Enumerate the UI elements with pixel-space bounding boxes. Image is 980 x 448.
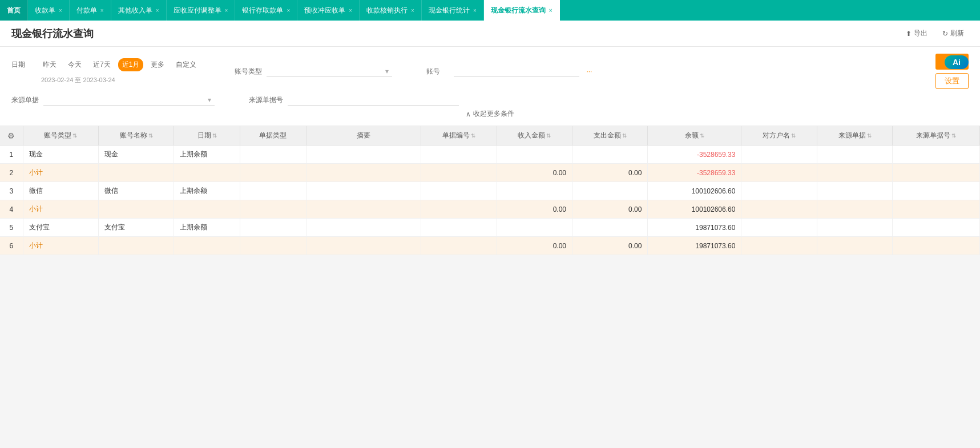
- col-source-doc[interactable]: 来源单据⇅: [817, 126, 892, 146]
- account-type-select[interactable]: ▾: [267, 66, 392, 77]
- nav-tab-tongji[interactable]: 现金银行统计 ×: [422, 0, 484, 21]
- close-icon[interactable]: ×: [100, 7, 104, 14]
- nav-tab-yushou-label: 预收冲应收单: [304, 6, 345, 15]
- refresh-button[interactable]: ↻ 刷新: [938, 26, 969, 41]
- ai-button[interactable]: Ai: [945, 55, 969, 69]
- nav-tab-qitashouru[interactable]: 其他收入单 ×: [111, 0, 167, 21]
- close-icon[interactable]: ×: [473, 7, 477, 14]
- col-date[interactable]: 日期⇅: [174, 126, 240, 146]
- table-cell: 5: [0, 219, 23, 237]
- source-doc-select[interactable]: ▾: [43, 95, 215, 106]
- settings-button[interactable]: 设置: [935, 73, 969, 89]
- table-cell: 100102606.60: [648, 182, 741, 200]
- source-doc-label: 来源单据: [11, 95, 39, 105]
- nav-home[interactable]: 首页: [0, 0, 28, 21]
- col-account-type[interactable]: 账号类型⇅: [23, 126, 98, 146]
- table-row[interactable]: 1现金现金上期余额-3528659.33: [0, 146, 980, 164]
- table-cell: 0.00: [572, 237, 648, 255]
- table-cell: [741, 182, 817, 200]
- table-cell: 19871073.60: [648, 219, 741, 237]
- close-icon[interactable]: ×: [549, 7, 552, 14]
- account-type-label: 账号类型: [235, 67, 262, 76]
- table-row[interactable]: 2小计0.000.00-3528659.33: [0, 164, 980, 182]
- nav-tab-yinhang[interactable]: 银行存取款单 ×: [235, 0, 297, 21]
- table-row[interactable]: 6小计0.000.0019871073.60: [0, 237, 980, 255]
- col-income[interactable]: 收入金额⇅: [497, 126, 572, 146]
- table-cell: [817, 146, 892, 164]
- close-icon[interactable]: ×: [349, 7, 352, 14]
- settings-icon[interactable]: ⚙: [7, 131, 15, 140]
- close-icon[interactable]: ×: [59, 7, 62, 14]
- close-icon[interactable]: ×: [225, 7, 228, 14]
- home-label: 首页: [7, 6, 21, 15]
- table-cell: [174, 164, 240, 182]
- table-cell: [893, 146, 980, 164]
- table-cell: 0.00: [497, 200, 572, 219]
- col-expense[interactable]: 支出金额⇅: [572, 126, 648, 146]
- table-cell: 0.00: [572, 164, 648, 182]
- table-cell: [240, 146, 306, 164]
- table-cell: [421, 219, 497, 237]
- date-btn-7days[interactable]: 近7天: [89, 58, 115, 71]
- table-cell: [421, 182, 497, 200]
- table-cell: [240, 200, 306, 219]
- col-source-doc-no[interactable]: 来源单据号⇅: [893, 126, 980, 146]
- date-btn-today[interactable]: 今天: [64, 58, 86, 71]
- table-cell: [174, 200, 240, 219]
- nav-tab-hexiao[interactable]: 收款核销执行 ×: [360, 0, 422, 21]
- source-doc-filter: 来源单据 ▾: [11, 95, 215, 106]
- nav-tab-liushui-label: 现金银行流水查询: [491, 6, 546, 15]
- close-icon[interactable]: ×: [287, 7, 290, 14]
- table-cell: 4: [0, 200, 23, 219]
- date-btn-more[interactable]: 更多: [147, 58, 168, 71]
- table-cell: [817, 164, 892, 182]
- table-cell: [306, 146, 421, 164]
- page-title: 现金银行流水查询: [11, 27, 94, 41]
- close-icon[interactable]: ×: [411, 7, 414, 14]
- col-settings[interactable]: ⚙: [0, 126, 23, 146]
- date-range-display: 2023-02-24 至 2023-03-24: [41, 76, 115, 83]
- col-balance[interactable]: 余额⇅: [648, 126, 741, 146]
- collapse-bar[interactable]: ∧ 收起更多条件: [11, 106, 969, 119]
- more-dots-icon[interactable]: ···: [586, 67, 592, 75]
- col-doc-no[interactable]: 单据编号⇅: [421, 126, 497, 146]
- collapse-label: 收起更多条件: [473, 109, 514, 119]
- nav-tab-tiaozheng[interactable]: 应收应付调整单 ×: [167, 0, 236, 21]
- nav-tab-tiaozheng-label: 应收应付调整单: [174, 6, 221, 15]
- col-counterparty[interactable]: 对方户名⇅: [741, 126, 817, 146]
- close-icon[interactable]: ×: [156, 7, 159, 14]
- table-cell: [893, 237, 980, 255]
- source-doc-no-input[interactable]: [288, 95, 459, 106]
- table-cell: 支付宝: [23, 219, 98, 237]
- date-shortcuts: 昨天 今天 近7天 近1月 更多 自定义: [39, 58, 200, 71]
- table-cell: 微信: [23, 182, 98, 200]
- export-button[interactable]: ⬆ 导出: [901, 26, 932, 41]
- date-btn-yesterday[interactable]: 昨天: [39, 58, 61, 71]
- account-input[interactable]: [454, 66, 579, 77]
- nav-tab-shoukuan[interactable]: 收款单 ×: [28, 0, 70, 21]
- table-cell: 0.00: [497, 237, 572, 255]
- table-row[interactable]: 4小计0.000.00100102606.60: [0, 200, 980, 219]
- nav-tab-yushou[interactable]: 预收冲应收单 ×: [297, 0, 360, 21]
- table-cell: [741, 219, 817, 237]
- table-row[interactable]: 3微信微信上期余额100102606.60: [0, 182, 980, 200]
- table-cell: [817, 237, 892, 255]
- header-actions: ⬆ 导出 ↻ 刷新: [901, 26, 969, 41]
- sort-icon: ⇅: [622, 132, 627, 139]
- nav-tab-fukuan[interactable]: 付款单 ×: [70, 0, 111, 21]
- table-cell: [98, 200, 174, 219]
- date-btn-custom[interactable]: 自定义: [172, 58, 200, 71]
- sort-icon: ⇅: [546, 132, 551, 139]
- table-cell: [240, 237, 306, 255]
- date-btn-1month[interactable]: 近1月: [118, 58, 144, 71]
- col-account-name[interactable]: 账号名称⇅: [98, 126, 174, 146]
- export-label: 导出: [914, 29, 927, 38]
- table-row[interactable]: 5支付宝支付宝上期余额19871073.60: [0, 219, 980, 237]
- table-cell: [306, 237, 421, 255]
- nav-tab-liushui[interactable]: 现金银行流水查询 ×: [484, 0, 560, 21]
- table-cell: 6: [0, 237, 23, 255]
- table-cell: [421, 200, 497, 219]
- table-cell: [893, 219, 980, 237]
- table-cell: [240, 182, 306, 200]
- collapse-up-icon: ∧: [466, 110, 471, 118]
